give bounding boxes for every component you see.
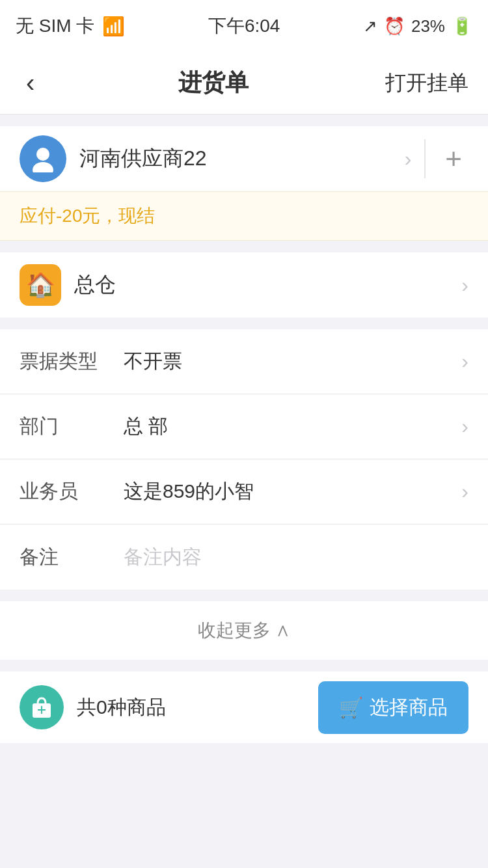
department-value: 总 部 <box>111 413 461 440</box>
supplier-name: 河南供应商22 <box>79 144 405 173</box>
supplier-divider <box>424 139 426 178</box>
top-divider <box>0 115 488 126</box>
nav-bar: ‹ 进货单 打开挂单 <box>0 52 488 115</box>
back-button[interactable]: ‹ <box>20 62 41 104</box>
info-section: 票据类型 不开票 › 部门 总 部 › 业务员 这是859的小智 › 备注 备注… <box>0 329 488 590</box>
add-supplier-button[interactable]: + <box>439 142 468 175</box>
salesperson-value: 这是859的小智 <box>111 478 461 505</box>
time-label: 下午6:04 <box>208 14 280 38</box>
invoice-type-row[interactable]: 票据类型 不开票 › <box>0 329 488 394</box>
supplier-row[interactable]: 河南供应商22 › + <box>0 126 488 191</box>
remark-value[interactable]: 备注内容 <box>111 544 468 571</box>
remark-label: 备注 <box>20 544 111 571</box>
status-left: 无 SIM 卡 📶 <box>16 14 125 38</box>
warehouse-row[interactable]: 🏠 总仓 › <box>0 252 488 318</box>
warehouse-chevron-icon: › <box>461 273 468 297</box>
page-title: 进货单 <box>41 67 385 99</box>
salesperson-row[interactable]: 业务员 这是859的小智 › <box>0 459 488 524</box>
house-icon: 🏠 <box>26 271 55 299</box>
salesperson-label: 业务员 <box>20 478 111 505</box>
wifi-icon: 📶 <box>102 16 125 37</box>
person-icon <box>29 145 57 172</box>
svg-point-0 <box>36 148 49 161</box>
select-product-button[interactable]: 🛒 选择商品 <box>318 681 468 734</box>
warehouse-icon: 🏠 <box>20 264 61 306</box>
select-product-label: 选择商品 <box>370 694 448 721</box>
supplier-chevron-icon: › <box>405 147 412 171</box>
supplier-avatar <box>20 135 66 182</box>
product-bar: 共0种商品 🛒 选择商品 <box>0 671 488 743</box>
location-icon: ↗ <box>363 16 377 36</box>
notice-banner: 应付-20元，现结 <box>0 191 488 241</box>
warehouse-name: 总仓 <box>74 271 461 299</box>
battery-icon: 🔋 <box>452 16 472 36</box>
product-icon <box>20 685 64 729</box>
alarm-icon: ⏰ <box>384 16 405 36</box>
open-pending-button[interactable]: 打开挂单 <box>385 69 468 98</box>
product-count: 共0种商品 <box>77 694 318 721</box>
battery-label: 23% <box>411 16 445 36</box>
status-bar: 无 SIM 卡 📶 下午6:04 ↗ ⏰ 23% 🔋 <box>0 0 488 52</box>
remark-row[interactable]: 备注 备注内容 <box>0 524 488 590</box>
no-sim-label: 无 SIM 卡 <box>16 14 94 38</box>
svg-point-1 <box>33 162 53 172</box>
salesperson-chevron-icon: › <box>461 480 468 504</box>
invoice-type-chevron-icon: › <box>461 349 468 373</box>
department-row[interactable]: 部门 总 部 › <box>0 394 488 459</box>
collapse-label: 收起更多 ∧ <box>198 618 291 643</box>
bag-icon <box>29 694 55 720</box>
invoice-type-value: 不开票 <box>111 348 461 375</box>
status-right: ↗ ⏰ 23% 🔋 <box>363 16 472 36</box>
department-chevron-icon: › <box>461 414 468 439</box>
collapse-button[interactable]: 收起更多 ∧ <box>0 601 488 660</box>
invoice-type-label: 票据类型 <box>20 348 111 375</box>
department-label: 部门 <box>20 413 111 440</box>
page-background <box>0 743 488 868</box>
select-product-icon: 🛒 <box>339 696 363 719</box>
